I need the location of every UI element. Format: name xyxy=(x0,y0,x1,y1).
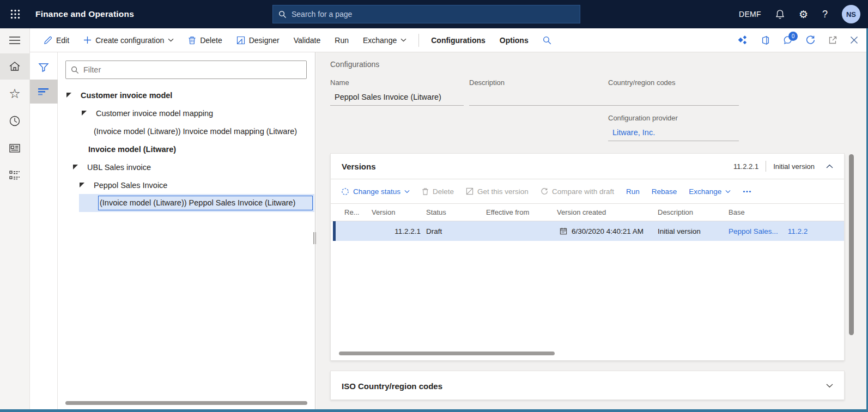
rebase-button[interactable]: Rebase xyxy=(646,179,683,203)
tree-list-pane-icon[interactable] xyxy=(30,80,58,104)
hamburger-menu-icon[interactable] xyxy=(0,28,30,52)
tree-expander-icon[interactable] xyxy=(80,183,84,187)
change-status-button[interactable]: Change status xyxy=(335,179,416,203)
create-configuration-button[interactable]: Create configuration xyxy=(76,28,181,52)
tree-item[interactable]: Peppol Sales Invoice xyxy=(58,176,314,194)
iso-section-header[interactable]: ISO Country/region codes xyxy=(331,371,844,401)
versions-header-divider xyxy=(766,161,766,172)
help-icon[interactable]: ? xyxy=(822,9,828,20)
validate-button[interactable]: Validate xyxy=(287,28,328,52)
configuration-tree-pane: Customer invoice model Customer invoice … xyxy=(58,52,314,412)
delete-button[interactable]: Delete xyxy=(181,28,229,52)
compare-with-draft-button[interactable]: Compare with draft xyxy=(535,179,620,203)
open-in-new-window-icon[interactable] xyxy=(828,35,837,45)
main-content: Configurations Name Peppol Sales Invoice… xyxy=(316,52,868,412)
get-this-version-button[interactable]: Get this version xyxy=(460,179,535,203)
settings-gear-icon[interactable]: ⚙ xyxy=(799,9,808,20)
tree-expander-icon[interactable] xyxy=(66,93,71,98)
close-icon[interactable] xyxy=(850,36,858,44)
window-edge-bottom xyxy=(0,409,868,412)
versions-grid-header: Re... Version Status Effective from Vers… xyxy=(331,203,844,221)
user-avatar[interactable]: NS xyxy=(842,5,860,23)
filter-funnel-icon[interactable] xyxy=(30,56,58,80)
column-header[interactable]: Version created xyxy=(557,208,658,216)
description-field: Description xyxy=(469,78,614,106)
edit-box-icon xyxy=(466,187,474,195)
base-link[interactable]: Peppol Sales... xyxy=(729,227,778,235)
country-region-codes-field: Country/region codes xyxy=(608,78,739,106)
action-bar-divider xyxy=(418,34,419,47)
refresh-icon[interactable] xyxy=(805,35,816,45)
name-value[interactable]: Peppol Sales Invoice (Litware) xyxy=(330,92,464,106)
top-navigation-bar: Finance and Operations DEMF ⚙ ? NS xyxy=(0,0,868,28)
description-cell: Initial version xyxy=(658,227,729,235)
left-nav-strip: ☆ xyxy=(0,28,30,412)
nav-modules-list-icon[interactable] xyxy=(0,162,30,189)
column-header[interactable]: Description xyxy=(658,208,729,216)
nav-recent-clock-icon[interactable] xyxy=(0,108,30,134)
actionbar-search-icon[interactable] xyxy=(536,28,559,52)
column-header[interactable]: Re... xyxy=(344,208,372,216)
tree-item[interactable]: (Invoice model (Litware)) Invoice model … xyxy=(58,122,314,140)
description-label: Description xyxy=(469,78,614,87)
tree-filter-box[interactable] xyxy=(65,60,307,79)
waffle-menu-icon[interactable] xyxy=(0,0,30,28)
page-search-input[interactable] xyxy=(292,10,574,19)
tree-horizontal-scrollbar[interactable] xyxy=(65,401,307,405)
trash-icon xyxy=(188,36,196,45)
run-button[interactable]: Run xyxy=(327,28,356,52)
chevron-down-icon[interactable] xyxy=(826,384,833,388)
chevron-down-icon xyxy=(725,190,731,193)
nav-home-icon[interactable] xyxy=(0,53,30,80)
notifications-bell-icon[interactable] xyxy=(775,9,785,19)
designer-square-icon xyxy=(236,36,245,45)
messages-icon[interactable]: 0 xyxy=(783,35,793,45)
configuration-tree: Customer invoice model Customer invoice … xyxy=(58,86,314,212)
page-vertical-scrollbar[interactable] xyxy=(849,154,854,335)
version-row-selected[interactable]: 11.2.2.1 Draft 6/30/2020 4:40:21 AM Init… xyxy=(333,221,844,241)
tree-item[interactable]: Customer invoice model mapping xyxy=(58,104,314,122)
column-header[interactable]: Status xyxy=(426,208,486,216)
tree-item[interactable]: Invoice model (Litware) xyxy=(58,140,314,158)
chevron-up-icon[interactable] xyxy=(826,164,833,168)
tab-options[interactable]: Options xyxy=(493,28,536,52)
nav-workspaces-icon[interactable] xyxy=(0,135,30,161)
calendar-icon[interactable] xyxy=(560,227,567,235)
nav-favorites-star-icon[interactable]: ☆ xyxy=(0,81,30,107)
versions-grid-horizontal-scrollbar[interactable] xyxy=(339,352,555,355)
status-cell: Draft xyxy=(426,227,486,235)
column-header[interactable]: Base xyxy=(729,208,833,216)
country-region-codes-value[interactable] xyxy=(608,92,739,106)
power-apps-icon[interactable] xyxy=(738,35,748,45)
iso-country-region-fasttab: ISO Country/region codes xyxy=(330,371,845,400)
column-header[interactable]: Version xyxy=(372,208,426,216)
configurations-section-title: Configurations xyxy=(330,60,379,69)
more-commands-icon[interactable] xyxy=(737,179,757,203)
version-exchange-button[interactable]: Exchange xyxy=(683,179,737,203)
column-header[interactable]: Effective from xyxy=(486,208,557,216)
plus-icon xyxy=(83,36,92,44)
tree-item[interactable]: Customer invoice model xyxy=(58,86,314,104)
tab-configurations[interactable]: Configurations xyxy=(424,28,493,52)
edit-button[interactable]: Edit xyxy=(37,28,76,52)
tree-expander-icon[interactable] xyxy=(82,111,87,116)
company-picker[interactable]: DEMF xyxy=(739,10,761,19)
iso-section-title: ISO Country/region codes xyxy=(342,381,442,391)
version-run-button[interactable]: Run xyxy=(620,179,646,203)
configuration-provider-link[interactable]: Litware, Inc. xyxy=(608,127,739,141)
tree-item[interactable]: UBL Sales invoice xyxy=(58,158,314,176)
tree-expander-icon[interactable] xyxy=(73,165,78,169)
chevron-down-icon xyxy=(400,38,406,42)
version-delete-button[interactable]: Delete xyxy=(416,179,460,203)
name-label: Name xyxy=(330,78,464,87)
versions-header[interactable]: Versions 11.2.2.1 Initial version xyxy=(331,154,844,179)
action-bar: Edit Create configuration Delete xyxy=(30,28,868,52)
page-search-box[interactable] xyxy=(272,5,580,23)
tree-item-selected[interactable]: (Invoice model (Litware)) Peppol Sales I… xyxy=(79,194,314,212)
tree-filter-input[interactable] xyxy=(83,65,301,74)
name-field: Name Peppol Sales Invoice (Litware) xyxy=(330,78,464,106)
designer-button[interactable]: Designer xyxy=(229,28,287,52)
office-apps-icon[interactable] xyxy=(761,35,770,45)
exchange-menu-button[interactable]: Exchange xyxy=(356,28,414,52)
description-value[interactable] xyxy=(469,92,614,106)
